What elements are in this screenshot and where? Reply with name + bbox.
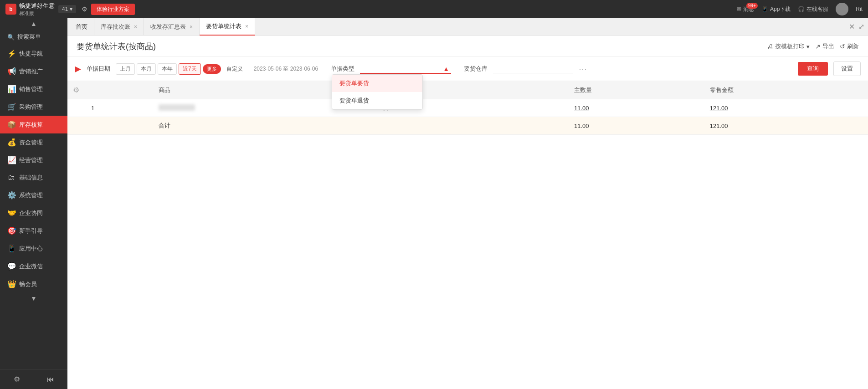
sidebar-scroll-down[interactable]: ▼ [0, 293, 67, 304]
sidebar-sales-label: 销售管理 [19, 85, 43, 93]
app-download-label: App下载 [770, 5, 791, 13]
tab-home-label: 首页 [76, 23, 87, 31]
sidebar-item-enterprise[interactable]: 🤝 企业协同 [0, 204, 67, 222]
th-index [86, 81, 153, 99]
tab-receive-summary[interactable]: 收发存汇总表 × [144, 18, 200, 36]
sidebar-item-basic-info[interactable]: 🗂 基础信息 [0, 169, 67, 186]
phone-icon: 📱 [761, 6, 768, 12]
tab-requisition-stats[interactable]: 要货单统计表 × [200, 18, 255, 36]
sidebar-collapse-btn[interactable]: ⏮ [43, 374, 58, 385]
header-left: b 畅捷通好生意 标准版 41 ▾ ⚙ 体验行业方案 [5, 2, 135, 17]
export-btn[interactable]: ↗ 导出 [815, 42, 834, 51]
td-footer-amount: 121.00 [704, 117, 868, 135]
export-btn-label: 导出 [822, 42, 834, 51]
table-header-row: ⚙ 商品 主计量单位 主数量 零售金额 [67, 81, 868, 99]
sidebar-item-wechat[interactable]: 💬 企业微信 [0, 257, 67, 275]
tab-inventory-batch[interactable]: 库存批次账 × [94, 18, 144, 36]
filter-toggle-btn[interactable]: ▶ [75, 64, 81, 74]
tab-inventory-batch-close[interactable]: × [134, 24, 137, 30]
sidebar-item-system[interactable]: ⚙️ 系统管理 [0, 186, 67, 204]
mobile-icon: 📱 [7, 244, 15, 253]
sidebar-item-search[interactable]: 🔍 搜索菜单 [0, 29, 67, 45]
td-settings [67, 99, 86, 117]
date-btn-7days[interactable]: 近7天 [179, 63, 201, 75]
sidebar-purchase-label: 采购管理 [19, 103, 43, 111]
tab-requisition-stats-close[interactable]: × [245, 23, 248, 30]
tenant-name: 41 [62, 6, 68, 12]
app-name: 畅捷通好生意 [19, 2, 55, 10]
product-blurred [159, 104, 195, 111]
sidebar-system-label: 系统管理 [19, 191, 43, 200]
td-qty[interactable]: 11.00 [569, 99, 704, 117]
page-actions: 🖨 按模板打印 ▾ ↗ 导出 ↺ 刷新 [767, 42, 859, 51]
online-service-label: 在线客服 [806, 5, 828, 13]
type-select-input[interactable] [360, 64, 451, 74]
table-wrapper: ⚙ 商品 主计量单位 主数量 零售金额 1 [67, 81, 868, 135]
table-footer: 合计 11.00 121.00 [67, 117, 868, 135]
date-btn-more[interactable]: 更多 [203, 64, 221, 74]
dropdown-item-requisition-return[interactable]: 要货单退货 [332, 92, 422, 109]
tenant-chevron-icon: ▾ [70, 6, 72, 12]
tenant-selector[interactable]: 41 ▾ [58, 5, 76, 13]
th-amount: 零售金额 [704, 81, 868, 99]
tab-home[interactable]: 首页 [69, 18, 94, 36]
type-select-chevron-up-icon[interactable]: ▲ [443, 65, 449, 72]
sidebar-bottom: ⚙ ⏮ [0, 369, 67, 389]
sidebar-item-quick-nav[interactable]: ⚡ 快捷导航 [0, 45, 67, 62]
operations-icon: 📈 [7, 156, 15, 164]
sidebar-scroll-up[interactable]: ▲ [0, 18, 67, 29]
sidebar-item-operations[interactable]: 📈 经营管理 [0, 151, 67, 169]
tab-maximize-btn[interactable]: ⤢ [858, 22, 864, 31]
td-footer-qty: 11.00 [569, 117, 704, 135]
data-table: ⚙ 商品 主计量单位 主数量 零售金额 1 [67, 81, 868, 135]
print-btn[interactable]: 🖨 按模板打印 ▾ [767, 42, 810, 51]
tab-receive-summary-close[interactable]: × [190, 24, 193, 30]
warehouse-input[interactable] [493, 64, 573, 73]
avatar[interactable] [836, 3, 848, 15]
sidebar-item-app-center[interactable]: 📱 应用中心 [0, 240, 67, 257]
refresh-btn-label: 刷新 [847, 42, 859, 51]
td-amount[interactable]: 121.00 [704, 99, 868, 117]
refresh-btn[interactable]: ↺ 刷新 [840, 42, 859, 51]
sidebar-item-inventory[interactable]: 📦 库存核算 [0, 116, 67, 133]
cart-icon: 🛒 [7, 102, 15, 111]
sidebar-quick-nav-label: 快捷导航 [19, 50, 43, 58]
date-btn-custom[interactable]: 自定义 [223, 64, 247, 74]
header-settings-icon[interactable]: ⚙ [82, 5, 87, 13]
type-select-wrapper: ▲ [360, 64, 451, 74]
wechat-icon: 💬 [7, 262, 15, 271]
sidebar-settings-btn[interactable]: ⚙ [10, 373, 24, 385]
sidebar-item-finance[interactable]: 💰 资金管理 [0, 133, 67, 151]
date-btn-last-month[interactable]: 上月 [116, 63, 135, 75]
crown-icon: 👑 [7, 280, 15, 288]
logo-text-group: 畅捷通好生意 标准版 [19, 2, 55, 17]
date-btn-this-month[interactable]: 本月 [137, 63, 156, 75]
app-download-btn[interactable]: 📱 App下载 [761, 5, 791, 13]
messages-btn[interactable]: ✉ 消息 99+ [737, 5, 754, 13]
handshake-icon: 🤝 [7, 209, 15, 217]
tab-close-all-btn[interactable]: ✕ [849, 22, 855, 31]
filter-settings-btn[interactable]: 设置 [833, 61, 861, 76]
sidebar-item-sales[interactable]: 📊 销售管理 [0, 80, 67, 98]
app-sub: 标准版 [19, 10, 55, 17]
sidebar-item-vip[interactable]: 👑 畅会员 [0, 275, 67, 293]
table-body: 1 块 11.00 121.00 [67, 99, 868, 117]
column-settings-icon[interactable]: ⚙ [73, 86, 79, 94]
sidebar-item-purchase[interactable]: 🛒 采购管理 [0, 98, 67, 116]
system-icon: ⚙️ [7, 191, 15, 200]
online-service-btn[interactable]: 🎧 在线客服 [798, 5, 828, 13]
sidebar-item-marketing[interactable]: 📢 营销推广 [0, 62, 67, 80]
industry-btn[interactable]: 体验行业方案 [91, 4, 135, 15]
dropdown-item-requisition-order[interactable]: 要货单要货 [332, 75, 422, 92]
type-label: 单据类型 [331, 65, 354, 73]
td-index: 1 [86, 99, 153, 117]
date-buttons: 上月 本月 本年 近7天 更多 自定义 [116, 63, 247, 75]
filter-more-btn[interactable]: ⋯ [579, 64, 587, 74]
sidebar-item-guide[interactable]: 🎯 新手引导 [0, 222, 67, 240]
message-icon: ✉ [737, 6, 741, 12]
logo-icon: b [5, 4, 16, 15]
date-btn-this-year[interactable]: 本年 [158, 63, 177, 75]
messages-badge: 99+ [746, 3, 758, 9]
lightning-icon: ⚡ [7, 49, 15, 58]
query-btn[interactable]: 查询 [798, 62, 828, 76]
